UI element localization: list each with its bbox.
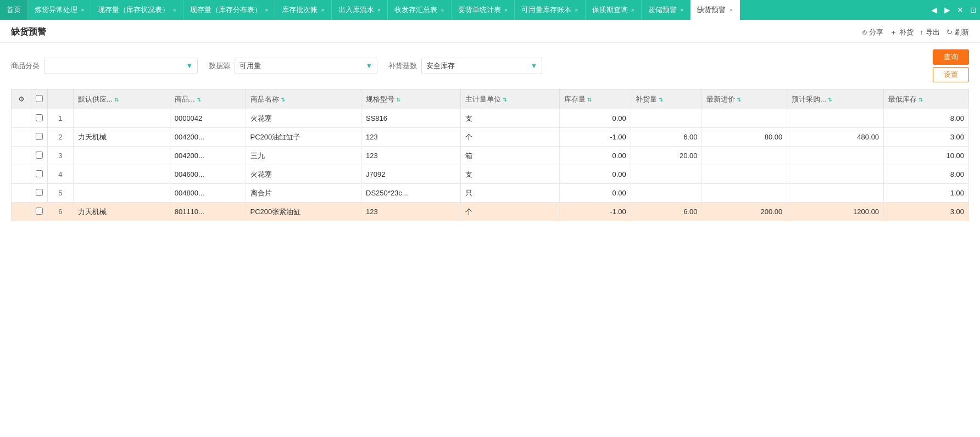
cell-name: 火花塞 bbox=[246, 165, 361, 184]
cell-gear bbox=[12, 165, 31, 184]
cell-name: PC200油缸缸子 bbox=[246, 128, 361, 147]
tab-home[interactable]: 首页 bbox=[0, 0, 28, 20]
replenish-base-select[interactable]: 安全库存 ▼ bbox=[421, 58, 542, 74]
cell-check[interactable] bbox=[31, 128, 48, 147]
tab-close-available-ledger[interactable]: × bbox=[575, 7, 578, 13]
cell-name: PC200张紧油缸 bbox=[246, 203, 361, 221]
tab-receive-summary[interactable]: 收发存汇总表× bbox=[388, 0, 451, 20]
replenish-label: 补货 bbox=[899, 27, 914, 37]
col-header-rownum bbox=[48, 89, 74, 109]
cell-check[interactable] bbox=[31, 147, 48, 165]
share-icon: ⎋ bbox=[862, 28, 867, 36]
cell-min_stock: 3.00 bbox=[884, 128, 969, 147]
tab-prev-btn[interactable]: ◀ bbox=[927, 0, 940, 20]
cell-stock: 0.00 bbox=[560, 184, 631, 203]
sort-icon-replenish: ⇅ bbox=[659, 97, 663, 103]
tab-close-overstock[interactable]: × bbox=[680, 7, 683, 13]
tab-close-inout-flow[interactable]: × bbox=[377, 7, 381, 13]
query-button[interactable]: 查询 bbox=[933, 49, 969, 65]
row-checkbox[interactable] bbox=[36, 114, 43, 121]
settings-button[interactable]: 设置 bbox=[933, 67, 969, 82]
sort-icon-min_stock: ⇅ bbox=[918, 97, 923, 103]
tab-close-expiry-query[interactable]: × bbox=[631, 7, 634, 13]
tab-stock-dist[interactable]: 现存量（库存分布表）× bbox=[183, 0, 275, 20]
page-content: 缺货预警 ⎋ 分享 ＋ 补货 ↑ 导出 ↻ 刷新 商品分类 bbox=[0, 20, 980, 437]
refresh-btn[interactable]: ↻ 刷新 bbox=[946, 27, 969, 37]
sort-icon-unit: ⇅ bbox=[503, 97, 507, 103]
row-checkbox[interactable] bbox=[36, 170, 43, 177]
col-header-gear: ⚙ bbox=[12, 89, 31, 109]
tab-close-exception[interactable]: × bbox=[81, 7, 84, 13]
tab-overstock[interactable]: 超储预警× bbox=[642, 0, 691, 20]
replenish-icon: ＋ bbox=[890, 27, 897, 37]
cell-check[interactable] bbox=[31, 165, 48, 184]
tab-stock-status[interactable]: 现存量（库存状况表）× bbox=[91, 0, 183, 20]
tab-expiry-query[interactable]: 保质期查询× bbox=[586, 0, 642, 20]
cell-rownum: 2 bbox=[48, 128, 74, 147]
col-header-name[interactable]: 商品名称⇅ bbox=[246, 89, 361, 109]
datasource-arrow-icon: ▼ bbox=[366, 62, 372, 70]
row-checkbox[interactable] bbox=[36, 189, 43, 196]
share-btn[interactable]: ⎋ 分享 bbox=[862, 27, 883, 37]
gear-icon[interactable]: ⚙ bbox=[18, 95, 25, 103]
tab-exception[interactable]: 炼货异常处理× bbox=[28, 0, 91, 20]
cell-unit: 个 bbox=[461, 128, 560, 147]
col-header-latest_price[interactable]: 最新进价⇅ bbox=[702, 89, 787, 109]
tab-order-stats[interactable]: 要货单统计表× bbox=[452, 0, 515, 20]
tab-label-shortage: 缺货预警 bbox=[697, 5, 726, 15]
col-header-est_purchase[interactable]: 预计采购...⇅ bbox=[787, 89, 884, 109]
tab-close-batch-account[interactable]: × bbox=[321, 7, 324, 13]
export-btn[interactable]: ↑ 导出 bbox=[920, 27, 940, 37]
row-checkbox[interactable] bbox=[36, 133, 43, 140]
cell-check[interactable] bbox=[31, 109, 48, 128]
tab-available-ledger[interactable]: 可用量库存账本× bbox=[515, 0, 585, 20]
cell-gear bbox=[12, 128, 31, 147]
tab-close-shortage[interactable]: × bbox=[729, 7, 732, 13]
col-header-spec[interactable]: 规格型号⇅ bbox=[361, 89, 461, 109]
cell-rownum: 3 bbox=[48, 147, 74, 165]
cell-unit: 只 bbox=[461, 184, 560, 203]
cell-latest_price bbox=[702, 165, 787, 184]
tab-close-stock-status[interactable]: × bbox=[172, 7, 176, 13]
col-header-code[interactable]: 商品...⇅ bbox=[170, 89, 246, 109]
header-actions: ⎋ 分享 ＋ 补货 ↑ 导出 ↻ 刷新 bbox=[862, 27, 970, 37]
col-header-min_stock[interactable]: 最低库存⇅ bbox=[884, 89, 969, 109]
tab-close-order-stats[interactable]: × bbox=[504, 7, 508, 13]
cell-supplier bbox=[73, 109, 170, 128]
tab-close-receive-summary[interactable]: × bbox=[441, 7, 444, 13]
tab-batch-account[interactable]: 库存批次账× bbox=[275, 0, 331, 20]
tab-close-stock-dist[interactable]: × bbox=[265, 7, 268, 13]
cell-min_stock: 1.00 bbox=[884, 184, 969, 203]
tab-restore-btn[interactable]: ⊡ bbox=[967, 0, 980, 20]
cell-stock: -1.00 bbox=[560, 128, 631, 147]
select-all-checkbox[interactable] bbox=[36, 95, 43, 102]
cell-est_purchase: 1200.00 bbox=[787, 203, 884, 221]
row-checkbox[interactable] bbox=[36, 208, 43, 215]
replenish-btn[interactable]: ＋ 补货 bbox=[890, 27, 914, 37]
datasource-select[interactable]: 可用量 ▼ bbox=[235, 58, 377, 74]
cell-unit: 支 bbox=[461, 165, 560, 184]
col-header-unit[interactable]: 主计量单位⇅ bbox=[461, 89, 560, 109]
refresh-label: 刷新 bbox=[955, 27, 969, 37]
tab-shortage[interactable]: 缺货预警× bbox=[691, 0, 739, 20]
cell-est_purchase bbox=[787, 165, 884, 184]
cell-stock: 0.00 bbox=[560, 165, 631, 184]
cell-check[interactable] bbox=[31, 203, 48, 221]
datasource-filter-group: 数据源 可用量 ▼ bbox=[209, 58, 377, 74]
tab-inout-flow[interactable]: 出入库流水× bbox=[332, 0, 388, 20]
col-header-supplier[interactable]: 默认供应...⇅ bbox=[73, 89, 170, 109]
cell-spec: 123 bbox=[361, 128, 461, 147]
category-select[interactable]: ▼ bbox=[44, 58, 198, 74]
category-filter-group: 商品分类 ▼ bbox=[11, 58, 198, 74]
replenish-base-filter-group: 补货基数 安全库存 ▼ bbox=[388, 58, 542, 74]
col-header-stock[interactable]: 库存量⇅ bbox=[560, 89, 631, 109]
tab-close-all-btn[interactable]: ✕ bbox=[954, 0, 967, 20]
col-header-replenish[interactable]: 补货量⇅ bbox=[631, 89, 702, 109]
cell-check[interactable] bbox=[31, 184, 48, 203]
cell-gear bbox=[12, 109, 31, 128]
row-checkbox[interactable] bbox=[36, 152, 43, 159]
tab-next-btn[interactable]: ▶ bbox=[940, 0, 954, 20]
tab-bar: 首页炼货异常处理×现存量（库存状况表）×现存量（库存分布表）×库存批次账×出入库… bbox=[0, 0, 980, 20]
page-header: 缺货预警 ⎋ 分享 ＋ 补货 ↑ 导出 ↻ 刷新 bbox=[0, 20, 980, 43]
tab-label-batch-account: 库存批次账 bbox=[282, 5, 318, 15]
